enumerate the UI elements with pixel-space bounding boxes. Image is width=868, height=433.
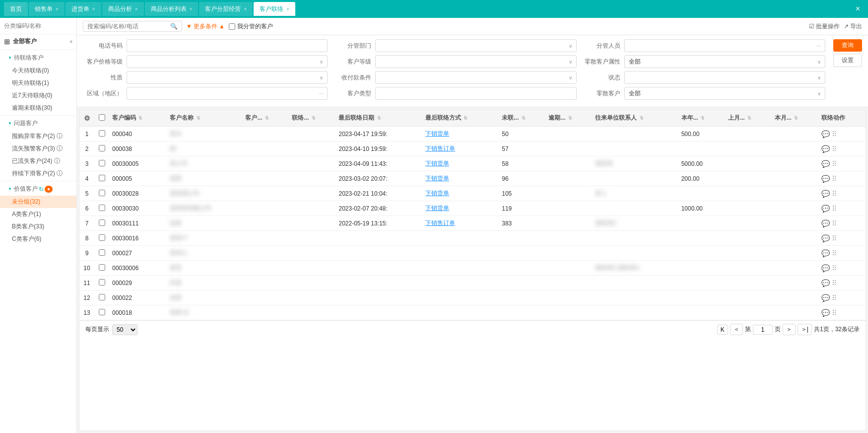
more-action-icon[interactable]: ⠿ (832, 234, 837, 242)
sidebar-item-c-class[interactable]: C类客户(6) (0, 233, 76, 245)
contact-icon[interactable]: 💬 (821, 249, 830, 257)
sort-overdue-icon[interactable]: ⇅ (568, 116, 572, 121)
contact-icon[interactable]: 💬 (821, 294, 830, 302)
sidebar-item-tomorrow[interactable]: 明天待联络(1) (0, 77, 76, 89)
sort-this-year-icon[interactable]: ⇅ (701, 116, 705, 121)
close-all-btn[interactable]: × (852, 4, 864, 13)
filter-select-person[interactable]: ··· (624, 39, 825, 52)
reset-btn[interactable]: 设置 (833, 54, 862, 67)
contact-icon[interactable]: 💬 (821, 219, 830, 227)
sidebar-item-ungrouped[interactable]: 未分组(32) (0, 196, 76, 208)
sort-code-icon[interactable]: ⇅ (138, 116, 142, 121)
row-checkbox-9[interactable] (99, 264, 105, 271)
contact-icon[interactable]: 💬 (821, 145, 830, 153)
filter-select-scatter-cust[interactable]: 全部 ∨ (624, 87, 825, 100)
contact-icon[interactable]: 💬 (821, 264, 830, 272)
query-btn[interactable]: 查询 (833, 39, 862, 52)
sort-name-icon[interactable]: ⇅ (197, 116, 200, 121)
filter-search-icon[interactable]: 🔍 (170, 23, 178, 30)
export-btn[interactable]: ↗ 导出 (844, 22, 862, 31)
sidebar-item-7days[interactable]: 近7天待联络(0) (0, 89, 76, 102)
more-action-icon[interactable]: ⠿ (832, 160, 837, 168)
row-checkbox-12[interactable] (99, 309, 105, 315)
row-checkbox-0[interactable] (99, 130, 105, 137)
first-page-btn[interactable]: K (717, 325, 728, 335)
my-customers-checkbox[interactable]: 我分管的客户 (229, 22, 273, 31)
sidebar-item-abnormal[interactable]: 囤购异常客户(2) ⓘ (0, 130, 76, 143)
filter-select-payment[interactable]: ∨ (375, 71, 576, 84)
filter-select-scatter-attr[interactable]: 全部 ∨ (624, 55, 825, 68)
tab-home[interactable]: 首页 (4, 2, 28, 16)
more-action-icon[interactable]: ⠿ (832, 294, 837, 302)
more-action-icon[interactable]: ⠿ (832, 309, 837, 317)
sidebar-item-churned[interactable]: 已流失客户(24) ⓘ (0, 155, 76, 167)
last-way-link[interactable]: 下销售订单 (425, 219, 455, 226)
contact-icon[interactable]: 💬 (821, 190, 830, 198)
sidebar-item-b-class[interactable]: B类客户(33) (0, 220, 76, 233)
settings-icon[interactable]: ⚙ (84, 114, 90, 122)
filter-input-phone[interactable] (127, 39, 328, 52)
more-action-icon[interactable]: ⠿ (832, 264, 837, 272)
contact-icon[interactable]: 💬 (821, 279, 830, 287)
sort-company-contact-icon[interactable]: ⇅ (640, 116, 644, 121)
filter-select-status[interactable]: ∨ (624, 71, 825, 84)
filter-search-input[interactable] (87, 23, 168, 30)
sidebar-section-value[interactable]: ▼ 价值客户 ↻ ● (0, 182, 76, 196)
more-action-icon[interactable]: ⠿ (832, 219, 837, 227)
close-tab-product-analysis-list[interactable]: × (190, 6, 193, 12)
sidebar-collapse-icon[interactable]: « (69, 39, 72, 44)
more-action-icon[interactable]: ⠿ (832, 205, 837, 213)
batch-op-btn[interactable]: ☑ 批量操作 (809, 22, 840, 31)
sidebar-item-overdue[interactable]: 逾期未联络(30) (0, 102, 76, 114)
sidebar-section-pending[interactable]: ▼ 待联络客户 (0, 51, 76, 65)
row-checkbox-5[interactable] (99, 205, 105, 211)
close-tab-customer-contact[interactable]: × (286, 6, 289, 12)
contact-icon[interactable]: 💬 (821, 160, 830, 168)
page-size-select[interactable]: 50 20 100 (112, 324, 137, 335)
row-checkbox-6[interactable] (99, 219, 105, 226)
my-customers-check[interactable] (229, 23, 235, 30)
row-checkbox-3[interactable] (99, 175, 105, 181)
row-checkbox-8[interactable] (99, 249, 105, 256)
sort-last-month-icon[interactable]: ⇅ (747, 116, 751, 121)
filter-select-region[interactable]: ··· (127, 87, 328, 100)
filter-select-cust-type[interactable] (375, 87, 576, 100)
sidebar-item-churn-warning[interactable]: 流失预警客户(3) ⓘ (0, 143, 76, 155)
more-action-icon[interactable]: ⠿ (832, 145, 837, 153)
more-action-icon[interactable]: ⠿ (832, 190, 837, 198)
filter-select-dept[interactable]: ∨ (375, 39, 576, 52)
last-way-link[interactable]: 下销货单 (425, 160, 449, 167)
sort-last-way-icon[interactable]: ⇅ (464, 116, 467, 121)
tab-purchase-order[interactable]: 进货单 × (66, 2, 101, 16)
sort-contact-icon[interactable]: ⇅ (312, 116, 316, 121)
row-checkbox-11[interactable] (99, 294, 105, 300)
row-checkbox-10[interactable] (99, 279, 105, 286)
last-way-link[interactable]: 下销货单 (425, 190, 449, 197)
current-page-input[interactable] (753, 325, 773, 335)
last-way-link[interactable]: 下销货单 (425, 130, 449, 137)
contact-icon[interactable]: 💬 (821, 205, 830, 213)
close-tab-product-analysis[interactable]: × (135, 6, 138, 12)
close-tab-sales-order[interactable]: × (56, 6, 59, 12)
prev-page-btn[interactable]: ＜ (730, 324, 743, 335)
close-tab-purchase-order[interactable]: × (92, 6, 95, 12)
contact-icon[interactable]: 💬 (821, 309, 830, 317)
row-checkbox-4[interactable] (99, 190, 105, 196)
refresh-icon[interactable]: ↻ (39, 186, 44, 193)
sort-last-date-icon[interactable]: ⇅ (377, 116, 381, 121)
tab-customer-contact[interactable]: 客户联络 × (254, 2, 295, 16)
contact-icon[interactable]: 💬 (821, 234, 830, 242)
last-way-link[interactable]: 下销货单 (425, 205, 449, 212)
sidebar-search-input[interactable] (4, 22, 77, 29)
select-all-checkbox[interactable] (99, 114, 105, 121)
sidebar-all-customers[interactable]: ⊞ 全部客户 « (0, 34, 76, 49)
filter-select-cust-level[interactable]: ∨ (375, 55, 576, 68)
sort-type-icon[interactable]: ⇅ (265, 116, 269, 121)
sidebar-item-declining[interactable]: 持续下滑客户(2) ⓘ (0, 167, 76, 180)
sidebar-item-a-class[interactable]: A类客户(1) (0, 208, 76, 220)
filter-more-btn[interactable]: ▼ 更多条件 ▲ (186, 22, 225, 31)
tab-product-analysis-list[interactable]: 商品分析列表 × (145, 2, 199, 16)
sidebar-section-problem[interactable]: ▼ 问题客户 (0, 117, 76, 130)
row-checkbox-2[interactable] (99, 160, 105, 166)
last-way-link[interactable]: 下销货单 (425, 175, 449, 182)
